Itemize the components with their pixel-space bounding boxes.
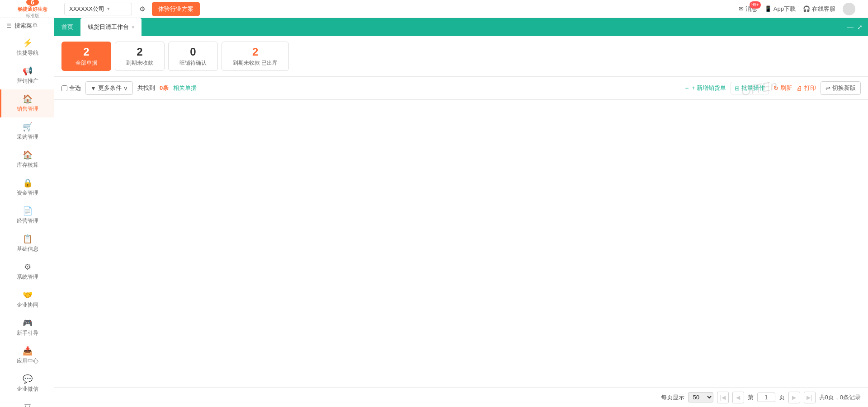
stat-overdue-label: 到期未收款 <box>126 59 153 67</box>
switch-label: 切换新版 <box>832 84 856 92</box>
logo-icon: 6 <box>26 0 39 6</box>
logo-area: 6 畅捷通好生意 标准版 <box>5 0 60 18</box>
company-name: XXXXXX公司 <box>69 5 104 13</box>
page-size-select[interactable]: 50 10 20 100 <box>688 392 713 402</box>
app-download-label: App下载 <box>774 5 796 13</box>
next-page-button[interactable]: ▶ <box>788 392 800 403</box>
sidebar-operations-label: 经营管理 <box>17 217 38 225</box>
online-service-button[interactable]: 🎧 在线客服 <box>803 5 835 13</box>
batch-label: 批量操作 <box>741 84 765 92</box>
sidebar-finance-label: 资金管理 <box>17 189 38 197</box>
tab-home-label: 首页 <box>61 23 73 31</box>
tab-active-label: 钱货日清工作台 <box>88 23 129 31</box>
tab-home[interactable]: 首页 <box>54 18 80 36</box>
tab-close-icon[interactable]: × <box>132 24 134 30</box>
inventory-icon: 🏠 <box>23 150 33 160</box>
switch-new-button[interactable]: ⇌ 切换新版 <box>821 81 861 95</box>
sidebar-item-purchase[interactable]: 🛒 采购管理 <box>0 117 54 145</box>
print-icon: 🖨 <box>797 85 802 92</box>
sidebar-item-cooperation[interactable]: 🤝 企业协同 <box>0 285 54 313</box>
settings-button[interactable]: ⚙ <box>136 3 148 15</box>
found-suffix[interactable]: 相关单据 <box>173 84 197 92</box>
prev-page-button[interactable]: ◀ <box>732 392 744 403</box>
pagination-bar: 每页显示 50 10 20 100 |◀ ◀ 第 页 ▶ ▶| 共0页，0条记录 <box>54 387 868 407</box>
filter-chevron-icon: ∨ <box>123 85 128 92</box>
sidebar-cooperation-label: 企业协同 <box>17 301 38 309</box>
member-icon: ▽ <box>24 402 31 407</box>
switch-icon: ⇌ <box>826 85 830 92</box>
system-icon: ⚙ <box>24 262 31 272</box>
sidebar-guide-label: 新手引导 <box>17 329 38 337</box>
quick-nav-icon: ⚡ <box>23 38 33 48</box>
logo-title: 畅捷通好生意 <box>18 6 47 13</box>
company-selector[interactable]: XXXXXX公司 ▾ <box>64 3 132 15</box>
sidebar-search-label: 搜索菜单 <box>14 22 38 30</box>
marketing-icon: 📢 <box>23 66 33 76</box>
message-icon: ✉ <box>739 5 744 12</box>
tab-active[interactable]: 钱货日清工作台 × <box>80 18 142 36</box>
sidebar: ☰ 搜索菜单 ⚡ 快捷导航 📢 营销推广 🏠 销售管理 🛒 采购管理 🏠 库存核… <box>0 18 54 407</box>
add-label: + 新增销货单 <box>692 84 726 92</box>
first-page-button[interactable]: |◀ <box>717 392 729 403</box>
minimize-icon[interactable]: — <box>847 23 854 31</box>
finance-icon: 🔒 <box>23 178 33 188</box>
sidebar-item-inventory[interactable]: 🏠 库存核算 <box>0 145 54 173</box>
sales-icon: 🏠 <box>23 94 33 104</box>
found-count: 0条 <box>160 84 169 92</box>
search-icon: ☰ <box>6 23 12 29</box>
stat-all[interactable]: 2 全部单据 <box>61 42 111 71</box>
sidebar-item-operations[interactable]: 📄 经营管理 <box>0 201 54 229</box>
sidebar-wechat-label: 企业微信 <box>17 385 38 393</box>
sidebar-purchase-label: 采购管理 <box>17 133 38 141</box>
print-button[interactable]: 🖨 打印 <box>797 84 816 92</box>
sidebar-marketing-label: 营销推广 <box>17 77 38 85</box>
sidebar-item-sales[interactable]: 🏠 销售管理 <box>0 89 54 117</box>
batch-button[interactable]: ⊞ 批量操作 <box>731 82 769 94</box>
add-icon: ＋ <box>684 84 690 92</box>
message-button[interactable]: ✉ 消息 99+ <box>739 5 757 13</box>
sidebar-app-center-label: 应用中心 <box>17 357 38 365</box>
app-center-icon: 📥 <box>23 346 33 356</box>
stat-shipped-count: 2 <box>252 46 258 58</box>
service-label: 在线客服 <box>812 5 835 13</box>
avatar[interactable] <box>843 3 855 15</box>
select-all-checkbox[interactable]: 全选 <box>61 84 81 92</box>
stat-overdue[interactable]: 2 到期未收款 <box>115 42 165 71</box>
sidebar-item-quick-nav[interactable]: ⚡ 快捷导航 <box>0 33 54 61</box>
sidebar-item-app-center[interactable]: 📥 应用中心 <box>0 342 54 370</box>
maximize-icon[interactable]: ⤢ <box>857 23 863 31</box>
page-input[interactable] <box>757 393 775 402</box>
sidebar-item-system[interactable]: ⚙ 系统管理 <box>0 257 54 285</box>
service-icon: 🎧 <box>803 5 810 12</box>
guide-icon: 🎮 <box>23 318 33 328</box>
stat-shipped[interactable]: 2 到期未收款 已出库 <box>222 42 289 71</box>
nav-tabs-bar: 首页 钱货日清工作台 × — ⤢ <box>54 18 868 36</box>
sidebar-system-label: 系统管理 <box>17 273 38 281</box>
sidebar-item-member[interactable]: ▽ 畅会员 <box>0 398 54 407</box>
last-page-button[interactable]: ▶| <box>804 392 816 403</box>
app-download-button[interactable]: 📱 App下载 <box>764 5 796 13</box>
cooperation-icon: 🤝 <box>23 290 33 300</box>
sidebar-item-guide[interactable]: 🎮 新手引导 <box>0 313 54 342</box>
add-button[interactable]: ＋ + 新增销货单 <box>684 84 726 92</box>
filter-icon: ▼ <box>90 85 96 92</box>
stat-pending[interactable]: 0 旺铺待确认 <box>168 42 218 71</box>
select-all-input[interactable] <box>61 85 67 91</box>
sidebar-item-wechat[interactable]: 💬 企业微信 <box>0 370 54 398</box>
sidebar-sales-label: 销售管理 <box>17 105 38 113</box>
refresh-button[interactable]: ↻ 刷新 <box>774 84 792 92</box>
top-bar: 6 畅捷通好生意 标准版 XXXXXX公司 ▾ ⚙ 体验行业方案 ✉ 消息 99… <box>0 0 868 18</box>
tab-actions: — ⤢ <box>847 23 868 31</box>
select-all-label: 全选 <box>69 84 81 92</box>
filter-button[interactable]: ▼ 更多条件 ∨ <box>85 81 133 95</box>
sidebar-quick-nav-label: 快捷导航 <box>17 49 38 57</box>
sidebar-item-basic-info[interactable]: 📋 基础信息 <box>0 229 54 257</box>
stat-overdue-count: 2 <box>137 46 142 58</box>
sidebar-item-marketing[interactable]: 📢 营销推广 <box>0 61 54 89</box>
trial-button[interactable]: 体验行业方案 <box>152 2 200 16</box>
stats-row: 2 全部单据 2 到期未收款 0 旺铺待确认 2 到期未收款 已出库 <box>54 36 868 77</box>
refresh-icon: ↻ <box>774 85 778 92</box>
sidebar-item-finance[interactable]: 🔒 资金管理 <box>0 173 54 201</box>
sidebar-item-search-menu[interactable]: ☰ 搜索菜单 <box>0 18 54 33</box>
chevron-down-icon: ▾ <box>107 6 110 12</box>
